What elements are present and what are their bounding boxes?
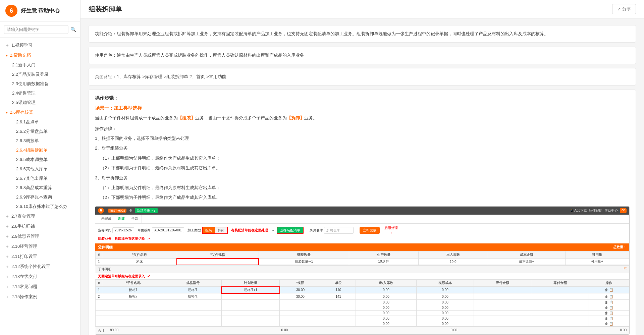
form-type-field: 加工类型 组装 拆卸 — [187, 227, 228, 234]
sidebar-item-personalize[interactable]: ＋ 2.12系统个性化设置 — [0, 262, 80, 272]
sidebar-item-label: 2.11打印设置 — [11, 254, 37, 260]
sidebar-header: 6 好生意 帮助中心 — [0, 0, 80, 22]
bcell-plan-qty — [221, 293, 280, 300]
date-label: 业务时间 — [98, 228, 111, 233]
bcell-zero-pay — [531, 293, 589, 300]
share-button[interactable]: ↗ 分享 — [612, 4, 636, 14]
bcell-seq: 1 — [96, 287, 102, 293]
app-logo-small: 6 — [98, 208, 104, 214]
form-date-field: 业务时间 2019-12-26 — [98, 227, 134, 233]
subnav-tab-new[interactable]: 新建 — [115, 215, 128, 223]
cell-parent-spec[interactable] — [177, 259, 259, 265]
bcell-op[interactable]: 🗑 📋 — [589, 287, 629, 293]
bcell-actual-cost: 0.00 — [416, 293, 474, 300]
cell-inout-qty: 10.0 — [418, 259, 488, 265]
total-val3: 0.00 — [451, 328, 457, 333]
confirm-annotation: 启用处理 — [384, 226, 398, 230]
search-input[interactable] — [4, 25, 68, 34]
date-value[interactable]: 2019-12-26 — [112, 227, 134, 233]
confirm-button[interactable]: 立即完成 — [360, 227, 380, 234]
step-2-1: （1）上部明细为父件明细，最终作为产成品生成其它入库单； — [95, 154, 630, 162]
form-clearlist-section: 有装配清单的在这里处理 → 选择装配清单 — [231, 227, 304, 234]
expand-icon-bottom[interactable]: ⇱ — [624, 267, 627, 272]
table-row: 0.000.00🗑 📋 — [96, 311, 629, 316]
sidebar-item-ops[interactable]: ＋ 2.10经营管理 — [0, 241, 80, 252]
app-nav-bar: 6 TEST-H002 ⚙ 新建单据→2 📱 App下载 旺铺帮助 帮助中心 c… — [95, 207, 629, 215]
total-val1: 89.00 — [110, 328, 118, 333]
table-row: 0.000.00🗑 📋 — [96, 300, 629, 305]
page-title: 组装拆卸单 — [89, 5, 122, 14]
col-parent-spec: *父件规格 — [177, 251, 259, 259]
table-row: 0.000.00🗑 📋 — [96, 321, 629, 327]
select-clearlist-button[interactable]: 选择装配清单 — [277, 227, 304, 234]
spacer1 — [124, 328, 276, 333]
sidebar: 6 好生意 帮助中心 🔍 ＋ 1.视频学习 ● 2.帮助文档 2.1新手入门 2… — [0, 0, 80, 335]
topbar: 组装拆卸单 ↗ 分享 — [80, 0, 644, 18]
total-val4: 0.00 — [620, 328, 627, 333]
sidebar-item-video[interactable]: ＋ 1.视频学习 — [0, 40, 80, 50]
logo-icon: 6 — [5, 5, 17, 17]
expand-icon-ops: ＋ — [5, 244, 9, 249]
bcell-actual-cost: 0.00 — [416, 287, 474, 293]
search-box[interactable]: 🔍 — [0, 22, 80, 38]
search-button[interactable]: 🔍 — [70, 27, 76, 32]
sidebar-item-payment[interactable]: ＋ 2.13在线支付 — [0, 272, 80, 282]
cell-seq: 1 — [96, 259, 102, 265]
sidebar-item-ledger[interactable]: 2.6.9库存账本查询 — [0, 192, 80, 202]
main-content: 组装拆卸单 ↗ 分享 功能介绍：组装拆卸单用来处理企业组装或拆卸等加工业务，支持… — [80, 0, 644, 335]
app-screenshot: 6 TEST-H002 ⚙ 新建单据→2 📱 App下载 旺铺帮助 帮助中心 c… — [95, 206, 630, 335]
expand-icon-voucher: ＋ — [5, 234, 9, 239]
sidebar-item-label: 2.帮助文档 — [10, 52, 31, 58]
nav-version: TEST-H002 — [108, 209, 126, 213]
table-row: 2 柜柜2 规格/1 30.00 141 0.00 0.00 — [96, 293, 629, 300]
sidebar-item-purchase[interactable]: 2.5采购管理 — [0, 98, 80, 107]
bcol-actual: *实际 — [280, 279, 321, 287]
steps-title: 操作步骤： — [95, 95, 630, 101]
sidebar-item-cost-calc[interactable]: 2.6.8商品成本重算 — [0, 183, 80, 192]
sidebar-item-data-prep[interactable]: 2.3使用前数据准备 — [0, 79, 80, 89]
bcell-actual: 30.00 — [280, 293, 321, 300]
bcell-name: 柜柜2 — [102, 293, 164, 300]
top-section-title: 父件明细 — [98, 245, 113, 250]
sidebar-item-transfer[interactable]: 2.6.3调拨单 — [0, 136, 80, 146]
col-avail-qty: 可用量 — [565, 251, 629, 259]
type-btn-disassembly[interactable]: 拆卸 — [215, 227, 227, 233]
sidebar-item-other-in[interactable]: 2.6.6其他入库单 — [0, 164, 80, 174]
sidebar-item-install[interactable]: 2.2产品安装及登录 — [0, 70, 80, 79]
sidebar-item-newcomer[interactable]: 2.1新手入门 — [0, 60, 80, 70]
subnav-tab-uncompleted[interactable]: 未完成 — [98, 215, 115, 223]
sidebar-item-other-out[interactable]: 2.6.7其他出库单 — [0, 174, 80, 183]
bcell-op[interactable]: 🗑 📋 — [589, 293, 629, 300]
warehouse-input[interactable]: 所属仓库 — [324, 227, 354, 234]
cell-prod-qty: 10.0 件 — [349, 259, 418, 265]
nav-settings-icon: ⚙ — [129, 209, 132, 212]
sidebar-item-voucher[interactable]: ＋ 2.9优惠券管理 — [0, 231, 80, 241]
sidebar-item-check[interactable]: 2.6.1盘点单 — [0, 117, 80, 127]
sidebar-item-cost-adjust[interactable]: 2.6.5成本调整单 — [0, 155, 80, 164]
form-docnum-field: 单据编号 AD-20191226-001 — [138, 227, 184, 233]
docnum-label: 单据编号 — [138, 228, 151, 233]
sidebar-item-print[interactable]: ＋ 2.11打印设置 — [0, 252, 80, 262]
subnav-tab-all[interactable]: 全部 — [128, 215, 142, 223]
type-btn-assembly[interactable]: 组装 — [203, 227, 215, 233]
sidebar-item-inventory[interactable]: ● 2.6库存核算 — [0, 107, 80, 117]
sidebar-item-docs[interactable]: ● 2.帮助文档 — [0, 50, 80, 60]
sidebar-item-assembly[interactable]: 2.6.4组装拆卸单 — [0, 146, 80, 155]
bcol-plan-qty: 计划数量 — [221, 279, 280, 287]
func-intro-block: 功能介绍：组装拆卸单用来处理企业组装或拆卸等加工业务，支持有固定装配清单的产品加… — [89, 25, 636, 43]
nav-new-doc: 新建单据→2 — [135, 208, 158, 213]
sidebar-item-sales[interactable]: 2.4销售管理 — [0, 89, 80, 98]
sidebar-item-split-check[interactable]: 2.6.2分量盘点单 — [0, 127, 80, 136]
sidebar-item-cases[interactable]: ＋ 2.15操作案例 — [0, 292, 80, 302]
step-2-2: （2）下部明细为子件明细，最终作为原材料生成其它出库单。 — [95, 164, 630, 172]
sidebar-item-label: 2.12系统个性化设置 — [11, 264, 50, 270]
sidebar-item-account-err[interactable]: 2.6.10库存账本错了怎么办 — [0, 202, 80, 211]
total-val2: 0.00 — [281, 328, 288, 333]
expand-icon: ＋ — [5, 43, 9, 48]
sidebar-item-faq[interactable]: ＋ 2.14常见问题 — [0, 282, 80, 292]
docnum-value[interactable]: AD-20191226-001 — [152, 227, 184, 233]
sidebar-item-finance[interactable]: ＋ 2.7资金管理 — [0, 211, 80, 221]
type-selector[interactable]: 组装 拆卸 — [202, 227, 228, 234]
sidebar-item-mobile[interactable]: ＋ 2.8手机旺铺 — [0, 221, 80, 231]
collapse-icon: ● — [5, 53, 8, 58]
